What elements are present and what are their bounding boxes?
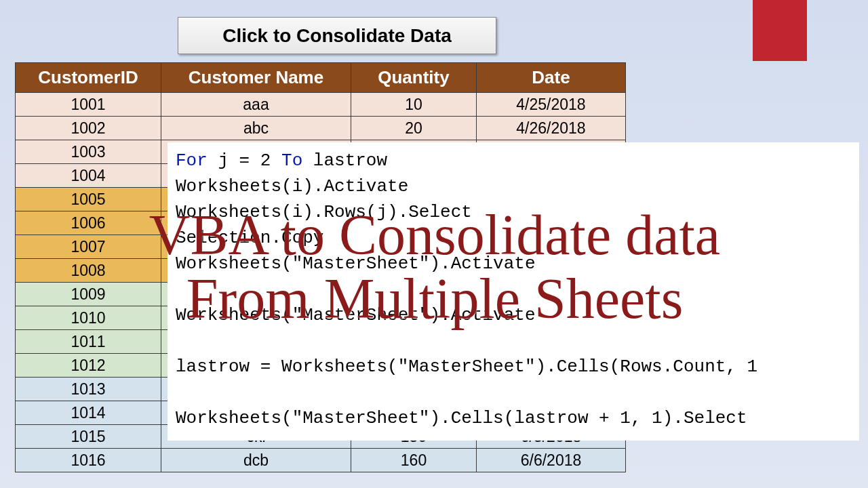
header-quantity[interactable]: Quantity	[351, 63, 477, 93]
cell-date[interactable]: 4/26/2018	[477, 117, 626, 140]
cell-id[interactable]: 1001	[16, 93, 161, 117]
cell-id[interactable]: 1007	[16, 235, 161, 259]
cell-id[interactable]: 1015	[16, 425, 161, 449]
cell-name[interactable]: abc	[161, 117, 351, 140]
cell-id[interactable]: 1005	[16, 188, 161, 211]
cell-name[interactable]: dcb	[161, 449, 351, 472]
consolidate-button[interactable]: Click to Consolidate Data	[178, 17, 496, 54]
header-date[interactable]: Date	[477, 63, 626, 93]
header-customer-id[interactable]: CustomerID	[16, 63, 161, 93]
cell-qty[interactable]: 20	[351, 117, 477, 140]
cell-id[interactable]: 1014	[16, 401, 161, 425]
cell-id[interactable]: 1004	[16, 164, 161, 188]
cell-qty[interactable]: 10	[351, 93, 477, 117]
cell-id[interactable]: 1006	[16, 211, 161, 235]
cell-name[interactable]: aaa	[161, 93, 351, 117]
cell-id[interactable]: 1003	[16, 140, 161, 164]
table-row: 1016dcb1606/6/2018	[16, 449, 626, 472]
cell-id[interactable]: 1012	[16, 354, 161, 378]
cell-date[interactable]: 4/25/2018	[477, 93, 626, 117]
cell-id[interactable]: 1008	[16, 259, 161, 283]
cell-id[interactable]: 1016	[16, 449, 161, 472]
header-row: CustomerID Customer Name Quantity Date	[16, 63, 626, 93]
cell-id[interactable]: 1011	[16, 330, 161, 354]
cell-id[interactable]: 1013	[16, 378, 161, 401]
cell-id[interactable]: 1009	[16, 283, 161, 306]
cell-date[interactable]: 6/6/2018	[477, 449, 626, 472]
header-customer-name[interactable]: Customer Name	[161, 63, 351, 93]
accent-bar	[753, 0, 807, 61]
cell-id[interactable]: 1010	[16, 306, 161, 330]
cell-id[interactable]: 1002	[16, 117, 161, 140]
table-row: 1001aaa104/25/2018	[16, 93, 626, 117]
cell-qty[interactable]: 160	[351, 449, 477, 472]
table-row: 1002abc204/26/2018	[16, 117, 626, 140]
code-snippet: For j = 2 To lastrow Worksheets(i).Activ…	[167, 142, 859, 441]
